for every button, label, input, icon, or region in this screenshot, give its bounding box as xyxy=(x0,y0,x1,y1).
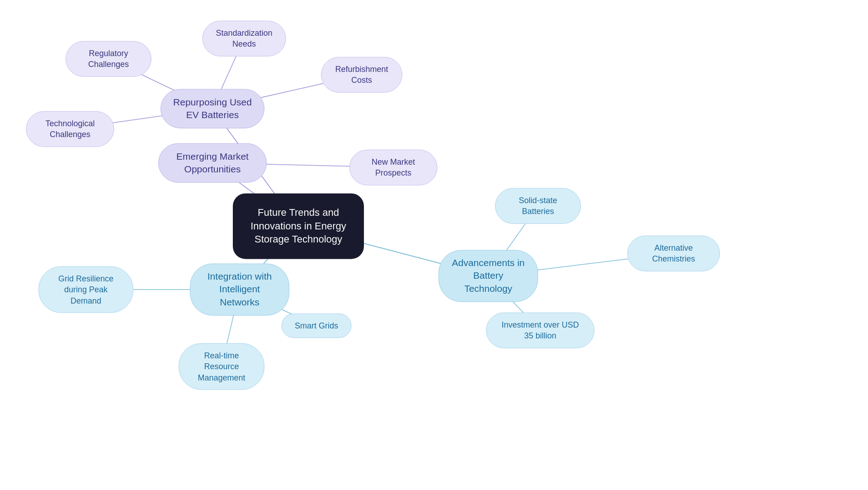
standardization-node: Standardization Needs xyxy=(203,21,286,57)
advancements-node: Advancements in Battery Technology xyxy=(439,250,538,302)
alternative-node: Alternative Chemistries xyxy=(627,236,720,271)
smartgrids-node: Smart Grids xyxy=(282,314,352,338)
mindmap: Future Trends and Innovations in Energy … xyxy=(0,0,868,490)
solidstate-node: Solid-state Batteries xyxy=(495,188,581,224)
newmarket-node: New Market Prospects xyxy=(349,150,438,186)
technological-node: Technological Challenges xyxy=(26,111,114,147)
gridresilience-node: Grid Resilience during Peak Demand xyxy=(38,266,133,313)
repurposing-node: Repurposing Used EV Batteries xyxy=(160,89,264,128)
realtime-node: Real-time Resource Management xyxy=(179,343,264,390)
integration-node: Integration with Intelligent Networks xyxy=(190,263,289,315)
refurbishment-node: Refurbishment Costs xyxy=(321,57,402,93)
investment-node: Investment over USD 35 billion xyxy=(486,313,594,348)
regulatory-node: Regulatory Challenges xyxy=(66,41,151,77)
emerging-node: Emerging Market Opportunities xyxy=(158,143,267,183)
center-node: Future Trends and Innovations in Energy … xyxy=(233,193,364,259)
